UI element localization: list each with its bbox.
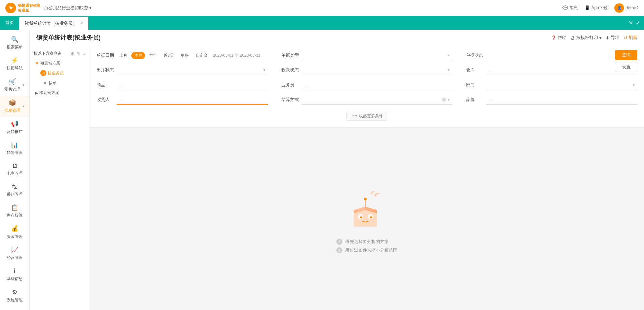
dept-select[interactable]: ▾ — [486, 80, 637, 90]
goods-select[interactable]: ... — [117, 80, 268, 90]
empty-state: 1 请先选择要分析的方案 2 用过滤条件来缩小分析范围 — [336, 185, 397, 253]
sidebar-item-ecommerce[interactable]: 🖥 电商管理 — [0, 159, 29, 180]
settlement-clear-icon[interactable]: × — [442, 97, 446, 102]
sidebar-item-finance[interactable]: 💰 资金管理 — [0, 222, 29, 243]
filter-date: 单据日期 上月 本月 本年 近7天 更多 自定义 2023-03-01 至 20… — [97, 50, 268, 61]
help-button[interactable]: ❓ 帮助 — [551, 35, 567, 41]
filter-receipt: 收款状态 ▾ — [281, 65, 453, 75]
filter-brand: 品牌 ... — [466, 94, 637, 105]
app-icon: 📱 — [585, 5, 590, 10]
page-header: 销货单统计表(按业务员) ❓ 帮助 🖨 按模板打印 ▾ ⬇ 导出 — [30, 30, 644, 46]
warehouse-select[interactable]: ... — [486, 65, 637, 75]
scheme-item-by-salesperson[interactable]: 员 按业务员 — [30, 68, 90, 78]
empty-step-1: 1 请先选择要分析的方案 — [336, 239, 397, 245]
tab-close-icon[interactable]: × — [80, 21, 83, 26]
consignee-input[interactable]: ... — [117, 95, 268, 105]
filter-row-2: 出库状态 ▾ 收款状态 — [97, 65, 637, 75]
system-icon: ⚙ — [12, 289, 17, 296]
filter-section: 单据日期 上月 本月 本年 近7天 更多 自定义 2023-03-01 至 20… — [90, 46, 644, 128]
main-area: 🔍 搜索菜单 ⚡ 快捷导航 🛒 零售管理 ▼ 📦 批发管理 ▲ — [0, 30, 644, 310]
sidebar-item-shortcuts[interactable]: ⚡ 快捷导航 — [0, 53, 29, 74]
svg-rect-0 — [354, 210, 377, 227]
receipt-arrow: ▾ — [448, 68, 450, 72]
scheme-group-desktop: ▼ 电脑端方案 员 按业务员 ≡ 按单 — [30, 58, 90, 88]
date-this-month[interactable]: 本月 — [131, 52, 145, 59]
message-btn[interactable]: 💬 消息 — [562, 5, 578, 11]
search-icon: 🔍 — [11, 36, 18, 43]
filter-salesperson: 业务员 ... — [281, 80, 453, 90]
tab-sales-stats[interactable]: 销货单统计表（按业务员） × — [19, 17, 88, 30]
add-scheme-icon[interactable]: ⊕ — [71, 51, 75, 56]
outbound-arrow: ▾ — [263, 68, 265, 72]
sidebar-item-retail[interactable]: 🛒 零售管理 ▼ — [0, 74, 29, 96]
left-panel-icons: ⊕ ✎ « — [71, 51, 86, 56]
user-avatar[interactable]: 👤 demo2 — [614, 3, 639, 13]
sidebar-item-search[interactable]: 🔍 搜索菜单 — [0, 32, 29, 53]
date-custom[interactable]: 自定义 — [193, 52, 210, 59]
step-2-number: 2 — [336, 247, 342, 253]
empty-step-2: 2 用过滤条件来缩小分析范围 — [336, 247, 397, 253]
date-7days[interactable]: 近7天 — [161, 52, 177, 59]
avatar: 👤 — [614, 3, 624, 13]
group-arrow-icon: ▼ — [35, 61, 39, 66]
doc-type-arrow: ▾ — [448, 53, 450, 58]
inner-layout: 按以下方案查询 ⊕ ✎ « ▼ 电脑端方案 — [30, 46, 644, 310]
collapse-panel-icon[interactable]: « — [83, 51, 86, 56]
query-button[interactable]: 查询 — [615, 50, 637, 60]
edit-scheme-icon[interactable]: ✎ — [77, 51, 81, 56]
doc-status-select[interactable]: ▾ — [486, 50, 637, 60]
sidebar-item-purchase[interactable]: 🛍 采购管理 — [0, 180, 29, 201]
date-this-year[interactable]: 本年 — [146, 52, 160, 59]
date-last-month[interactable]: 上月 — [117, 52, 130, 59]
svg-point-5 — [360, 216, 362, 218]
maximize-icon[interactable]: ⤢ — [636, 20, 640, 26]
empty-svg — [343, 185, 390, 232]
scheme-item-by-order[interactable]: ≡ 按单 — [30, 78, 90, 88]
inventory-icon: 📋 — [11, 204, 18, 211]
settings-button[interactable]: 设置 — [615, 62, 637, 72]
settlement-select[interactable]: × ▾ — [302, 95, 453, 105]
top-bar-right: 💬 消息 📱 App下载 👤 demo2 — [562, 3, 639, 13]
sidebar-item-collab[interactable]: 🤝 企业协同 — [0, 306, 29, 310]
ecommerce-icon: 🖥 — [12, 162, 18, 169]
window-close-icon[interactable]: ✕ — [629, 20, 633, 26]
scheme-group-desktop-header[interactable]: ▼ 电脑端方案 — [30, 58, 90, 68]
tab-home[interactable]: 首页 — [0, 16, 19, 30]
refresh-button[interactable]: ↺ 刷新 — [624, 35, 637, 41]
sidebar-item-system[interactable]: ⚙ 系统管理 — [0, 285, 29, 306]
app-download-btn[interactable]: 📱 App下载 — [585, 5, 608, 11]
query-buttons-area: 查询 设置 — [615, 50, 637, 72]
sidebar-item-operation[interactable]: 📈 经营管理 — [0, 243, 29, 264]
receipt-select[interactable]: ▾ — [302, 65, 453, 75]
tab-bar: 首页 销货单统计表（按业务员） × ✕ ⤢ — [0, 16, 644, 30]
shortcut-icon: ⚡ — [11, 57, 18, 64]
retail-icon: 🛒 — [9, 78, 16, 85]
sidebar-item-wholesale[interactable]: 📦 批发管理 ▲ — [0, 96, 29, 117]
date-more[interactable]: 更多 — [178, 52, 192, 59]
breadcrumb-select[interactable]: 办公用品行业模拟账套 ▾ — [44, 5, 92, 11]
retail-expand-icon: ▼ — [22, 83, 25, 87]
salesperson-select[interactable]: ... — [302, 80, 453, 90]
brand-select[interactable]: ... — [486, 95, 637, 105]
filter-doc-status: 单据状态 ▾ — [466, 50, 637, 61]
scheme-group-mobile-header[interactable]: ▶ 移动端方案 — [30, 88, 90, 98]
sidebar-item-sales[interactable]: 📊 销售管理 — [0, 138, 29, 159]
filter-row-4: 收货人 ... 结算方式 — [97, 94, 637, 105]
data-section: 1 请先选择要分析的方案 2 用过滤条件来缩小分析范围 — [90, 128, 644, 310]
collapse-icon: ⌃⌃ — [351, 114, 358, 119]
wholesale-expand-icon: ▲ — [22, 104, 25, 108]
top-bar: 🐿 畅捷通好生意 标准版 办公用品行业模拟账套 ▾ 💬 消息 📱 App下载 — [0, 0, 644, 16]
print-button[interactable]: 🖨 按模板打印 ▾ — [571, 35, 602, 41]
collapse-button[interactable]: ⌃⌃ 收起更多条件 — [346, 112, 387, 121]
export-button[interactable]: ⬇ 导出 — [606, 35, 620, 41]
filter-dept: 部门 ▾ — [466, 80, 637, 90]
sidebar-item-basic-info[interactable]: ℹ 基础信息 — [0, 264, 29, 285]
sidebar-item-inventory[interactable]: 📋 库存核算 — [0, 201, 29, 222]
filter-outbound: 出库状态 ▾ — [97, 65, 268, 75]
sidebar-item-marketing[interactable]: 📢 营销推广 — [0, 117, 29, 138]
doc-type-select[interactable]: ▾ — [302, 50, 453, 60]
filter-doc-type: 单据类型 ▾ — [281, 50, 453, 61]
left-panel: 按以下方案查询 ⊕ ✎ « ▼ 电脑端方案 — [30, 46, 90, 310]
dropdown-icon: ▾ — [89, 5, 92, 10]
outbound-select[interactable]: ▾ — [117, 65, 268, 75]
